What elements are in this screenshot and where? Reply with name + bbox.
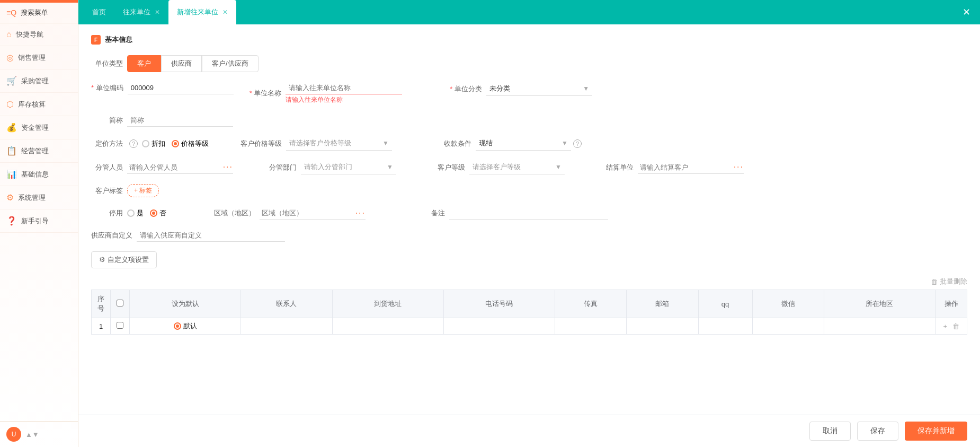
table-header-default: 设为默认 — [130, 290, 241, 318]
row-checkbox-input[interactable] — [117, 322, 123, 329]
pricing-help-icon[interactable]: ? — [129, 139, 138, 148]
row-region — [824, 318, 935, 335]
supplier-custom-field: 供应商自定义 — [91, 229, 285, 242]
unit-name-label: 单位名称 — [250, 89, 282, 98]
sidebar-item-system[interactable]: ⚙ 系统管理 — [0, 186, 78, 209]
unit-type-field: 单位类型 客户 供应商 客户/供应商 — [91, 55, 259, 72]
avatar: U — [6, 427, 21, 442]
pricing-level-option[interactable]: 价格等级 — [172, 139, 209, 148]
row-add-btn[interactable]: + — [943, 322, 947, 330]
row-default-radio-item[interactable]: 默认 — [135, 321, 235, 331]
department-select[interactable]: 请输入分管部门 ▼ — [301, 160, 396, 174]
form-area: F 基本信息 单位类型 客户 供应商 客户/供应商 单位编码 单位名称 — [78, 24, 980, 415]
sidebar-item-base-info[interactable]: 📊 基础信息 — [0, 163, 78, 186]
customer-price-level-select[interactable]: 请选择客户价格等级 ▼ — [286, 136, 392, 151]
unit-category-label: 单位分类 — [450, 84, 482, 94]
unit-type-both-btn[interactable]: 客户/供应商 — [202, 55, 259, 72]
short-name-row: 简称 — [91, 114, 967, 127]
row-fax — [555, 318, 626, 335]
sales-icon: ◎ — [6, 52, 14, 63]
tab-new-partner-close[interactable]: ✕ — [222, 8, 228, 16]
pricing-discount-option[interactable]: 折扣 — [142, 139, 165, 148]
batch-delete-icon: 🗑 — [931, 278, 938, 286]
batch-delete-area: 🗑 批量删除 — [91, 277, 967, 286]
save-button[interactable]: 保存 — [857, 422, 898, 441]
table-header-checkbox-input[interactable] — [117, 300, 123, 306]
customer-level-select[interactable]: 请选择客户等级 ▼ — [469, 160, 565, 174]
unit-type-group: 客户 供应商 客户/供应商 — [127, 55, 259, 72]
finance-icon: 💰 — [6, 122, 17, 133]
short-name-label: 简称 — [91, 116, 123, 125]
sidebar-bottom: U ▲▼ — [0, 421, 78, 447]
row-delete-btn[interactable]: 🗑 — [952, 322, 959, 330]
customer-price-level-placeholder: 请选择客户价格等级 — [289, 138, 382, 148]
tab-bar-close-btn[interactable]: ✕ — [958, 6, 975, 18]
settlement-unit-input[interactable] — [638, 161, 732, 173]
base-info-icon: 📊 — [6, 169, 17, 179]
department-field: 分管部门 请输入分管部门 ▼ — [265, 160, 396, 174]
table-header-row: 序号 设为默认 联系人 到货地址 电话号码 传真 邮箱 qq 微信 所在地区 操… — [92, 290, 967, 318]
region-input[interactable] — [260, 207, 353, 219]
customer-level-field: 客户等级 请选择客户等级 ▼ — [433, 160, 565, 174]
tab-new-partner-label: 新增往来单位 — [177, 7, 218, 17]
unit-type-customer-btn[interactable]: 客户 — [127, 55, 161, 72]
payment-terms-select[interactable]: 现结 ▼ — [476, 136, 571, 151]
unit-name-input[interactable] — [286, 82, 402, 94]
remarks-input[interactable] — [449, 207, 608, 220]
tab-partners-close[interactable]: ✕ — [155, 8, 160, 16]
sidebar-search[interactable]: ≡Q 搜索菜单 — [0, 3, 78, 23]
pricing-discount-label: 折扣 — [152, 139, 165, 148]
region-label: 区域（地区） — [214, 208, 255, 218]
customer-price-level-field: 客户价格等级 请选择客户价格等级 ▼ — [240, 136, 392, 151]
manager-input-wrap: ··· — [127, 161, 233, 174]
sidebar-item-purchase[interactable]: 🛒 采购管理 — [0, 69, 78, 93]
cancel-button[interactable]: 取消 — [809, 422, 851, 441]
customer-tags-row: 客户标签 + 标签 — [91, 184, 967, 197]
table-row: 1 默认 — [92, 318, 967, 335]
payment-terms-label: 收款条件 — [440, 139, 471, 148]
disabled-yes-radio — [127, 209, 135, 217]
sidebar-item-quick-nav[interactable]: ⌂ 快捷导航 — [0, 23, 78, 46]
row-action: + 🗑 — [936, 318, 967, 335]
payment-help-icon[interactable]: ? — [573, 139, 582, 148]
manager-input[interactable] — [127, 161, 221, 173]
sidebar-item-finance[interactable]: 💰 资金管理 — [0, 116, 78, 139]
region-more-btn[interactable]: ··· — [355, 208, 366, 218]
unit-type-supplier-btn[interactable]: 供应商 — [161, 55, 202, 72]
disabled-no-option[interactable]: 否 — [150, 208, 166, 218]
sidebar-item-sales[interactable]: ◎ 销售管理 — [0, 46, 78, 69]
save-new-button[interactable]: 保存并新增 — [905, 422, 967, 441]
add-tag-btn[interactable]: + 标签 — [127, 184, 159, 197]
batch-delete-label[interactable]: 批量删除 — [940, 277, 967, 286]
table-header-action: 操作 — [936, 290, 967, 318]
settlement-unit-wrap: ··· — [638, 161, 744, 174]
unit-category-select[interactable]: 未分类 ▼ — [486, 82, 592, 96]
tab-partners[interactable]: 往来单位 ✕ — [114, 0, 168, 24]
custom-settings-btn[interactable]: ⚙ 自定义项设置 — [91, 251, 157, 268]
row-contact — [241, 318, 333, 335]
tab-new-partner[interactable]: 新增往来单位 ✕ — [168, 0, 236, 24]
customer-price-level-label: 客户价格等级 — [240, 139, 282, 148]
sidebar-item-inventory[interactable]: ⬡ 库存核算 — [0, 93, 78, 116]
unit-code-input[interactable] — [128, 82, 234, 94]
settlement-more-btn[interactable]: ··· — [734, 162, 744, 172]
manager-more-btn[interactable]: ··· — [223, 162, 233, 172]
sidebar-item-newbie[interactable]: ❓ 新手引导 — [0, 209, 78, 233]
pricing-discount-radio — [142, 140, 149, 147]
sidebar-item-label: 新手引导 — [21, 216, 49, 226]
supplier-custom-input[interactable] — [137, 229, 285, 242]
row-default-label: 默认 — [183, 321, 197, 331]
customer-level-placeholder: 请选择客户等级 — [473, 162, 555, 172]
table-header-email: 邮箱 — [627, 290, 698, 318]
tab-home[interactable]: 首页 — [84, 0, 114, 24]
region-wrap: ··· — [260, 207, 366, 220]
pricing-row: 定价方法 ? 折扣 价格等级 客户价格等级 请选择客户价格等级 — [91, 136, 967, 151]
table-header-wechat: 微信 — [752, 290, 824, 318]
table-header-qq: qq — [698, 290, 752, 318]
disabled-yes-option[interactable]: 是 — [127, 208, 144, 218]
sidebar-item-operations[interactable]: 📋 经营管理 — [0, 139, 78, 163]
row-phone — [443, 318, 555, 335]
unit-category-value: 未分类 — [489, 84, 583, 93]
short-name-input[interactable] — [127, 114, 233, 127]
row-default: 默认 — [130, 318, 241, 335]
